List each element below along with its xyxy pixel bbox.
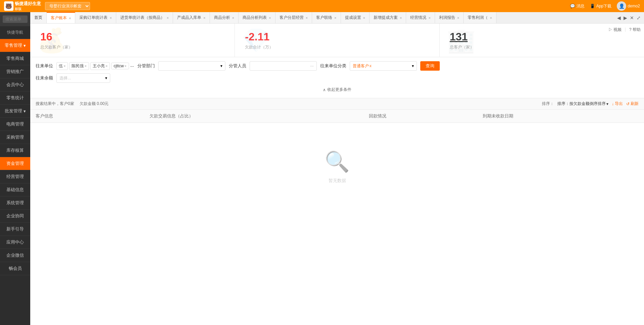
filter-dept-select[interactable]: ▾ — [158, 61, 225, 71]
tab-customer-contact[interactable]: 客户联络 × — [312, 12, 341, 24]
close-icon-13[interactable]: × — [490, 16, 492, 20]
tab-close-all-btn[interactable]: ✕ — [629, 14, 635, 21]
app-icon: 📱 — [590, 4, 595, 8]
tab-next-btn[interactable]: ▶ — [623, 14, 628, 21]
top-bar-right: 💬 消息 📱 App下载 👤 demo2 — [570, 1, 640, 11]
sidebar-item-wholesale[interactable]: 批发管理 ▾ — [0, 105, 30, 118]
message-btn[interactable]: 💬 消息 — [570, 3, 585, 9]
filter-tag-wang: 王小亮 × — [90, 62, 110, 70]
tag-close-wu[interactable]: × — [63, 64, 66, 68]
sidebar-item-purchase[interactable]: 采购管理 — [0, 131, 30, 144]
sidebar-item-quick-nav[interactable]: 快捷导航 — [0, 26, 30, 39]
chevron-up-icon: ∧ — [323, 87, 326, 92]
tab-expand-btn[interactable]: ⤢ — [636, 14, 641, 21]
close-icon-8[interactable]: × — [334, 16, 336, 20]
tab-customer-ledger[interactable]: 客户账本 × — [47, 12, 75, 24]
sidebar-item-enterprise-wechat[interactable]: 企业微信 — [0, 249, 30, 262]
tag-close-wang[interactable]: × — [105, 64, 108, 68]
sidebar-item-enterprise-collab[interactable]: 企业协同 — [0, 210, 30, 223]
sidebar-item-basic-info[interactable]: 基础信息 — [0, 183, 30, 196]
tab-profit-report[interactable]: 利润报告 × — [435, 12, 464, 24]
tab-controls: ◀ ▶ ✕ ⤢ — [616, 14, 644, 21]
app-container: 🐻 畅捷通好生意 标版 母婴行业演示帐套 💬 消息 📱 App下载 👤 demo… — [0, 0, 644, 325]
sidebar-item-retail-mall[interactable]: 零售商城 — [0, 52, 30, 65]
chevron-down-icon-2: ▾ — [24, 109, 26, 114]
more-options-btn[interactable]: ··· — [310, 64, 314, 68]
sidebar-item-membership[interactable]: 会员中心 — [0, 78, 30, 92]
close-icon-4[interactable]: × — [203, 16, 205, 20]
sidebar-item-finance[interactable]: 资金管理 — [0, 157, 30, 170]
logo-text: 畅捷通好生意 — [15, 1, 41, 7]
tag-close-cjttcw[interactable]: × — [124, 64, 126, 68]
sidebar-item-retail-stats[interactable]: 零售统计 — [0, 92, 30, 105]
sidebar-item-ecommerce[interactable]: 电商管理 — [0, 118, 30, 131]
filter-class-select[interactable]: 普通客户 × ▾ — [350, 61, 417, 71]
tab-operation[interactable]: 经营情况 × — [406, 12, 435, 24]
data-table: 客户信息 欠款交易信息（占比） 回款情况 到期未收款日期 🔍 暂无数据 — [30, 110, 644, 211]
close-icon-10[interactable]: × — [400, 16, 402, 20]
help-btn[interactable]: ? 帮助 — [629, 27, 641, 33]
close-icon-5[interactable]: × — [232, 16, 234, 20]
empty-text: 暂无数据 — [329, 178, 346, 184]
close-icon-7[interactable]: × — [306, 16, 308, 20]
sidebar-item-inventory[interactable]: 库存核算 — [0, 144, 30, 157]
sidebar-item-marketing[interactable]: 营销推广 — [0, 65, 30, 78]
message-label: 消息 — [576, 3, 585, 9]
tab-prev-btn[interactable]: ◀ — [616, 14, 621, 21]
table-header-row: 客户信息 欠款交易信息（占比） 回款情况 到期未收款日期 — [30, 110, 644, 123]
tag-close-class[interactable]: × — [370, 64, 372, 68]
video-btn[interactable]: ▷ 视频 — [608, 27, 621, 33]
close-icon-9[interactable]: × — [363, 16, 365, 20]
tab-product-analysis-list[interactable]: 商品分析列表 × — [239, 12, 275, 24]
total-customers-label: 总客户（家） — [450, 44, 634, 50]
tab-customer-stratify[interactable]: 客户分层经营 × — [275, 12, 312, 24]
tab-retail-profit[interactable]: 零售利润（ × — [464, 12, 496, 24]
close-icon[interactable]: × — [69, 16, 71, 20]
tab-home[interactable]: 首页 — [30, 12, 47, 24]
tag-more-btn[interactable]: ··· — [130, 64, 134, 69]
chevron-down-icon: ▾ — [24, 43, 26, 48]
close-icon-3[interactable]: × — [167, 16, 169, 20]
tag-close-chen[interactable]: × — [84, 64, 86, 68]
tab-purchase-stats[interactable]: 进货单统计表（按商品） × — [116, 12, 173, 24]
close-icon-12[interactable]: × — [457, 16, 459, 20]
close-icon-11[interactable]: × — [428, 16, 430, 20]
query-button[interactable]: 查询 — [420, 61, 440, 71]
help-icon: ? — [629, 27, 632, 32]
filter-tags: 伍 × 陈民强 × 王小亮 × — [56, 62, 134, 70]
search-input[interactable] — [3, 15, 28, 23]
sidebar-item-retail[interactable]: 零售管理 ▾ — [0, 39, 30, 52]
tab-purchase-order[interactable]: 采购订单统计表 × — [75, 12, 116, 24]
sidebar-item-system[interactable]: 系统管理 — [0, 196, 30, 210]
store-select[interactable]: 母婴行业演示帐套 — [45, 2, 90, 10]
filter-person-select[interactable]: ··· — [250, 61, 317, 71]
filter-area: 往来单位 伍 × 陈民强 × 王小亮 — [30, 57, 644, 98]
tab-commission-settings[interactable]: 提成设置 × — [341, 12, 370, 24]
sidebar-item-management[interactable]: 经营管理 — [0, 170, 30, 183]
export-btn[interactable]: ↓ 导出 — [612, 101, 623, 107]
sidebar-item-guide[interactable]: 新手引导 — [0, 223, 30, 236]
content-area: 首页 客户账本 × 采购订单统计表 × 进货单统计表（按商品） × 产成品入库单… — [30, 12, 644, 325]
close-icon-2[interactable]: × — [110, 16, 112, 20]
logo-subtext: 标版 — [15, 7, 41, 11]
filter-row-2: 往来余额 选择... ▾ — [36, 73, 639, 83]
sidebar-item-member[interactable]: 畅会员 — [0, 262, 30, 275]
main-area: 快捷导航 零售管理 ▾ 零售商城 营销推广 会员中心 零售统计 — [0, 12, 644, 325]
refresh-btn[interactable]: ↺ 刷新 — [626, 101, 639, 107]
filter-balance-label: 往来余额 — [36, 75, 53, 81]
filter-tag-cjttcw: cjttcw × — [111, 63, 129, 69]
user-avatar-area[interactable]: 👤 demo2 — [617, 1, 640, 11]
app-download-btn[interactable]: 📱 App下载 — [590, 3, 611, 9]
sort-select[interactable]: 排序：按欠款金额倒序排序 ▾ — [557, 101, 608, 107]
filter-row-1: 往来单位 伍 × 陈民强 × 王小亮 — [36, 61, 639, 71]
filter-tag-wu: 伍 × — [56, 62, 68, 70]
filter-balance-select[interactable]: 选择... ▾ — [56, 73, 110, 83]
tab-product-analysis[interactable]: 商品分析 × — [210, 12, 239, 24]
sidebar-item-apps[interactable]: 应用中心 — [0, 236, 30, 249]
tab-production[interactable]: 产成品入库单 × — [173, 12, 210, 24]
tab-new-commission[interactable]: 新增提成方案 × — [370, 12, 406, 24]
total-debt-value: -2.11 — [245, 30, 429, 43]
close-icon-6[interactable]: × — [269, 16, 271, 20]
collapse-btn[interactable]: ∧ 收起更多条件 — [320, 85, 354, 94]
results-bar-right: 排序： 排序：按欠款金额倒序排序 ▾ ↓ 导出 ↺ 刷新 — [542, 101, 639, 107]
